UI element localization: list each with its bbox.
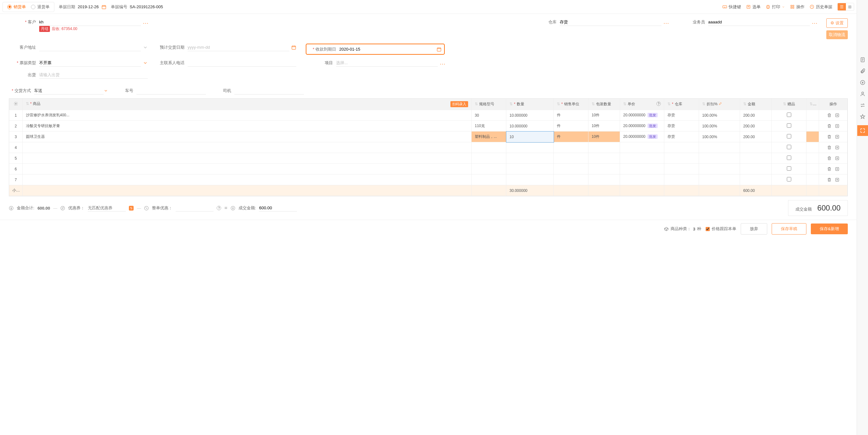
cell-spare[interactable]	[806, 164, 819, 175]
cell-qty[interactable]	[506, 142, 554, 153]
gift-checkbox[interactable]	[787, 113, 791, 117]
attachment-icon[interactable]	[860, 68, 866, 74]
delete-icon[interactable]	[827, 156, 832, 161]
chevron-down-icon[interactable]	[103, 88, 108, 93]
invoice-type-input[interactable]	[39, 59, 141, 67]
cell-product[interactable]	[23, 153, 472, 164]
tab-return[interactable]: 退货单	[31, 4, 50, 10]
price-track-input[interactable]	[706, 227, 710, 231]
help-icon[interactable]: ?	[656, 102, 661, 106]
discard-button[interactable]: 放弃	[741, 223, 767, 235]
cell-spec[interactable]: 塑料制品，...	[472, 132, 506, 142]
table-row[interactable]: 6	[9, 164, 847, 175]
gift-checkbox[interactable]	[787, 145, 791, 149]
cell-unit[interactable]: 件	[554, 110, 588, 121]
col-amount[interactable]: ⇅金额	[740, 98, 772, 110]
add-row-icon[interactable]	[835, 113, 840, 118]
cell-unit[interactable]	[554, 164, 588, 175]
cell-unit[interactable]: 件	[554, 121, 588, 132]
operate-button[interactable]: 操作	[790, 4, 805, 10]
col-price[interactable]: ⇅单价?	[620, 98, 664, 110]
col-discount[interactable]: ⇅折扣%	[699, 98, 740, 110]
select-order-button[interactable]: 选单	[746, 4, 761, 10]
print-button[interactable]: 打印	[766, 4, 785, 10]
col-spec[interactable]: ⇅规格型号	[472, 98, 506, 110]
cell-gift[interactable]	[772, 142, 806, 153]
cell-spare[interactable]	[806, 121, 819, 132]
cell-wh[interactable]	[664, 153, 699, 164]
expand-icon[interactable]	[857, 125, 868, 136]
price-track-checkbox[interactable]: 价格跟踪本单	[706, 226, 736, 232]
cell-gift[interactable]	[772, 164, 806, 175]
cell-spare[interactable]	[806, 175, 819, 185]
cell-discount[interactable]	[699, 164, 740, 175]
col-gift[interactable]: ⇅赠品	[772, 98, 806, 110]
delete-icon[interactable]	[827, 134, 832, 139]
gift-checkbox[interactable]	[787, 166, 791, 171]
view-list-button[interactable]: ☰	[838, 3, 846, 10]
cell-unit[interactable]	[554, 153, 588, 164]
project-input[interactable]	[336, 59, 438, 67]
add-row-icon[interactable]	[835, 124, 840, 128]
table-row[interactable]: 2冷酸灵专研抗敏牙膏110克10.000000件10件20.00000000 批…	[9, 121, 847, 132]
cell-pack[interactable]: 10件	[588, 132, 620, 142]
cell-spare[interactable]	[806, 132, 819, 142]
add-row-icon[interactable]	[835, 156, 840, 161]
cell-product[interactable]: 沙宣修护水养润发乳400...	[23, 110, 472, 121]
gift-checkbox[interactable]	[787, 177, 791, 181]
add-row-icon[interactable]	[835, 177, 840, 182]
more-icon[interactable]: ⋯	[663, 20, 669, 25]
cell-spare[interactable]	[806, 142, 819, 153]
cell-price[interactable]	[620, 164, 664, 175]
cell-pack[interactable]	[588, 142, 620, 153]
table-row[interactable]: 7	[9, 175, 847, 185]
cell-discount[interactable]	[699, 175, 740, 185]
col-spare[interactable]: ⇅备	[806, 98, 819, 110]
cell-amount[interactable]: 200.00	[740, 110, 772, 121]
cell-wh[interactable]	[664, 175, 699, 185]
expected-delivery-input[interactable]	[188, 44, 289, 51]
table-row[interactable]: 5	[9, 153, 847, 164]
cell-spec[interactable]: 110克	[472, 121, 506, 132]
customer-input[interactable]	[39, 18, 141, 26]
vehicle-input[interactable]	[136, 87, 206, 94]
cell-amount[interactable]	[740, 164, 772, 175]
cell-spec[interactable]	[472, 164, 506, 175]
col-unit[interactable]: ⇅销售单位	[554, 98, 588, 110]
cell-qty[interactable]	[506, 175, 554, 185]
cell-wh[interactable]: 存货	[664, 132, 699, 142]
cell-qty[interactable]: 10	[506, 132, 554, 142]
help-icon[interactable]: ?	[217, 206, 221, 210]
cell-product[interactable]	[23, 175, 472, 185]
tab-sales[interactable]: 销货单	[7, 4, 26, 10]
add-row-icon[interactable]	[835, 167, 840, 171]
order-discount-input[interactable]	[176, 205, 214, 211]
settings-button[interactable]: ⚙ 设置	[826, 18, 848, 28]
cell-spec[interactable]	[472, 175, 506, 185]
cell-gift[interactable]	[772, 175, 806, 185]
cell-gift[interactable]	[772, 153, 806, 164]
cell-price[interactable]: 20.00000000 批发	[620, 132, 664, 142]
cell-discount[interactable]	[699, 153, 740, 164]
calendar-icon[interactable]	[101, 4, 106, 9]
cell-product[interactable]: 冷酸灵专研抗敏牙膏	[23, 121, 472, 132]
cell-discount[interactable]: 100.00%	[699, 121, 740, 132]
coin-icon[interactable]	[860, 80, 866, 85]
cell-discount[interactable]: 100.00%	[699, 132, 740, 142]
cell-qty[interactable]: 10.000000	[506, 110, 554, 121]
history-button[interactable]: 历史单据	[810, 4, 832, 10]
cell-gift[interactable]	[772, 132, 806, 142]
cell-wh[interactable]: 存货	[664, 121, 699, 132]
col-wh[interactable]: ⇅仓库	[664, 98, 699, 110]
cell-unit[interactable]: 件	[554, 132, 588, 142]
cell-qty[interactable]: 10.000000	[506, 121, 554, 132]
contact-phone-input[interactable]	[188, 59, 296, 67]
gift-checkbox[interactable]	[787, 155, 791, 160]
add-row-icon[interactable]	[835, 145, 840, 150]
chevron-down-icon[interactable]	[143, 45, 148, 50]
gift-checkbox[interactable]	[787, 123, 791, 128]
cell-pack[interactable]	[588, 164, 620, 175]
cell-qty[interactable]	[506, 153, 554, 164]
refresh-icon[interactable]	[129, 206, 134, 210]
cell-amount[interactable]	[740, 175, 772, 185]
